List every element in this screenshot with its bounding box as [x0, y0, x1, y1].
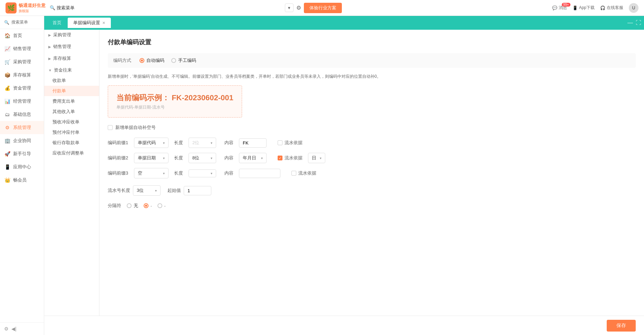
- prefix3-select[interactable]: 空 ▾: [134, 168, 169, 178]
- sidebar-item-sales[interactable]: 📈 销售管理: [0, 42, 44, 55]
- sub-nav-prepay-collect[interactable]: 预收冲应收单: [44, 117, 99, 127]
- sidebar-search[interactable]: 🔍 搜索菜单: [0, 16, 44, 29]
- sidebar-item-finance[interactable]: 💰 资金管理: [0, 82, 44, 95]
- topbar-left: 🌿 畅通道好生意 旗舰版 🔍 搜索菜单: [6, 2, 75, 13]
- tab-home[interactable]: 首页: [47, 18, 67, 28]
- prefix1-serial-checkbox[interactable]: [278, 140, 282, 145]
- app-download-button[interactable]: 📱 App下载: [573, 5, 595, 11]
- info-text: 新增单据时，'单据编码'自动生成、不可编辑。前缀设置为部门、业务员等档案类，开单…: [108, 73, 636, 80]
- sub-nav-prepay-pay-label: 预付冲应付单: [52, 130, 79, 135]
- logo-icon: 🌿: [6, 2, 17, 13]
- message-button[interactable]: 💬 消息 99+: [552, 5, 567, 11]
- save-button[interactable]: 保存: [607, 320, 636, 332]
- sidebar-item-operation[interactable]: 📊 经营管理: [0, 95, 44, 108]
- date-unit-select[interactable]: 日 ▾: [308, 153, 325, 163]
- trial-button[interactable]: 体验行业方案: [304, 3, 342, 13]
- sub-nav-purchase-title[interactable]: ▶ 采购管理: [44, 30, 99, 40]
- serial-length-select[interactable]: 3位 ▾: [133, 185, 161, 196]
- logo-text: 畅通道好生意 旗舰版: [19, 2, 46, 13]
- start-value-input[interactable]: [184, 186, 211, 195]
- settings-icon[interactable]: ⚙: [296, 4, 301, 11]
- manual-encode-radio[interactable]: 手工编码: [171, 57, 196, 64]
- app-label: App下载: [579, 5, 595, 11]
- collapse-icon[interactable]: ◀|: [11, 326, 17, 332]
- sub-nav-receipt[interactable]: 收款单: [44, 75, 99, 86]
- prefix3-content-input[interactable]: [239, 169, 280, 178]
- sidebar-item-sales-label: 销售管理: [13, 46, 31, 52]
- date-unit-select-group: 日 ▾: [308, 153, 325, 163]
- prefix1-length-select[interactable]: 2位 ▾: [189, 138, 216, 148]
- separator-dot-label: ·: [151, 203, 152, 208]
- sidebar-item-purchase-label: 采购管理: [13, 59, 31, 65]
- app-icon: 📱: [573, 6, 578, 10]
- apps-icon: 📱: [4, 164, 10, 170]
- sidebar-item-corp-label: 企业协同: [13, 138, 31, 144]
- separator-label: 分隔符: [108, 203, 121, 209]
- sub-nav-sales-arrow: ▶: [48, 45, 51, 49]
- sub-nav-purchase-arrow: ▶: [48, 33, 51, 37]
- sub-nav-sales-title[interactable]: ▶ 销售管理: [44, 41, 99, 52]
- prefix3-length-select[interactable]: ▾: [189, 169, 216, 177]
- system-icon: ⚙: [4, 125, 10, 130]
- tab-serial-setting[interactable]: 单据编码设置 ✕: [68, 18, 111, 28]
- separator-none-radio[interactable]: 无: [127, 203, 138, 209]
- sidebar-item-system[interactable]: ⚙ 系统管理: [0, 121, 44, 134]
- sub-nav-bank-deposit[interactable]: 银行存取款单: [44, 138, 99, 148]
- dropdown-button[interactable]: ▾: [285, 3, 294, 12]
- prefix1-select[interactable]: 单据代码 ▾: [134, 138, 169, 148]
- sub-nav-bank-deposit-label: 银行存取款单: [52, 140, 79, 145]
- prefix1-content-label: 内容: [224, 140, 233, 146]
- serial-row: 流水号长度 3位 ▾ 起始值: [108, 185, 636, 196]
- sidebar-item-member[interactable]: 👑 畅会员: [0, 174, 44, 187]
- prefix2-length-select[interactable]: 8位 ▾: [189, 153, 216, 163]
- sidebar-item-corp[interactable]: 🏢 企业协同: [0, 134, 44, 147]
- preview-desc: 单据代码-单据日期-流水号: [116, 104, 233, 110]
- prefix1-row: 编码前缀1 单据代码 ▾ 长度 2位 ▾ 内容: [108, 138, 636, 148]
- sidebar-item-home[interactable]: 🏠 首页: [0, 29, 44, 42]
- prefix2-content-select[interactable]: 年月日 ▾: [239, 153, 267, 163]
- sub-nav-ap-adjust[interactable]: 应收应付调整单: [44, 148, 99, 158]
- prefix2-content-value: 年月日: [243, 155, 256, 161]
- sub-nav-sales-label: 销售管理: [53, 44, 71, 50]
- search-menu-button[interactable]: 🔍 搜索菜单: [50, 5, 75, 11]
- sidebar-item-basic[interactable]: 🗂 基础信息: [0, 108, 44, 121]
- online-service-button[interactable]: 🎧 在线客服: [600, 5, 623, 11]
- prefix1-content-input[interactable]: [239, 138, 267, 148]
- sub-nav-payment[interactable]: 付款单: [44, 86, 99, 96]
- sub-nav-receipt-label: 收款单: [52, 78, 66, 83]
- minimize-icon[interactable]: —: [627, 20, 633, 26]
- sub-nav-expense[interactable]: 费用支出单: [44, 96, 99, 106]
- sub-nav-prepay-pay[interactable]: 预付冲应付单: [44, 127, 99, 138]
- radio-group: 自动编码 手工编码: [140, 57, 196, 64]
- separator-dot-inner: [145, 205, 147, 207]
- sub-nav-other-income[interactable]: 其他收入单: [44, 106, 99, 117]
- prefix2-serial-checkbox[interactable]: ✓: [278, 156, 282, 160]
- service-label: 在线客服: [607, 5, 623, 11]
- prefix2-content-arrow: ▾: [261, 156, 263, 160]
- sidebar-item-guide[interactable]: 🚀 新手引导: [0, 147, 44, 160]
- tab-close-icon[interactable]: ✕: [102, 21, 105, 25]
- tabbar: 首页 单据编码设置 ✕ — ⛶: [44, 16, 644, 30]
- operation-icon: 📊: [4, 99, 10, 104]
- preview-code: 当前编码示例： FK-20230602-001: [116, 93, 233, 103]
- prefix2-select[interactable]: 单据日期 ▾: [134, 153, 169, 163]
- auto-fill-checkbox[interactable]: [108, 125, 113, 130]
- separator-dot2-radio[interactable]: ·: [157, 203, 166, 208]
- separator-dot-radio[interactable]: ·: [144, 203, 152, 208]
- auto-encode-label: 自动编码: [146, 57, 164, 64]
- serial-length-arrow: ▾: [155, 189, 157, 193]
- sub-nav-finance-title[interactable]: ▼ 资金往来: [44, 65, 99, 75]
- sidebar-bottom: ⚙ ◀|: [0, 322, 44, 335]
- main-content: 付款单编码设置 编码方式 自动编码: [99, 30, 644, 316]
- sidebar-item-inventory[interactable]: 📦 库存核算: [0, 68, 44, 82]
- auto-encode-radio[interactable]: 自动编码: [140, 57, 164, 64]
- prefix2-arrow: ▾: [163, 156, 165, 160]
- settings-bottom-icon[interactable]: ⚙: [4, 326, 9, 332]
- sidebar-item-purchase[interactable]: 🛒 采购管理: [0, 55, 44, 68]
- prefix3-serial-checkbox-group: 流水依据: [291, 170, 316, 176]
- prefix3-serial-checkbox[interactable]: [291, 171, 296, 176]
- sidebar-item-apps[interactable]: 📱 应用中心: [0, 160, 44, 174]
- maximize-icon[interactable]: ⛶: [636, 20, 641, 26]
- avatar[interactable]: U: [629, 3, 638, 13]
- sub-nav-inventory-title[interactable]: ▶ 库存核算: [44, 53, 99, 64]
